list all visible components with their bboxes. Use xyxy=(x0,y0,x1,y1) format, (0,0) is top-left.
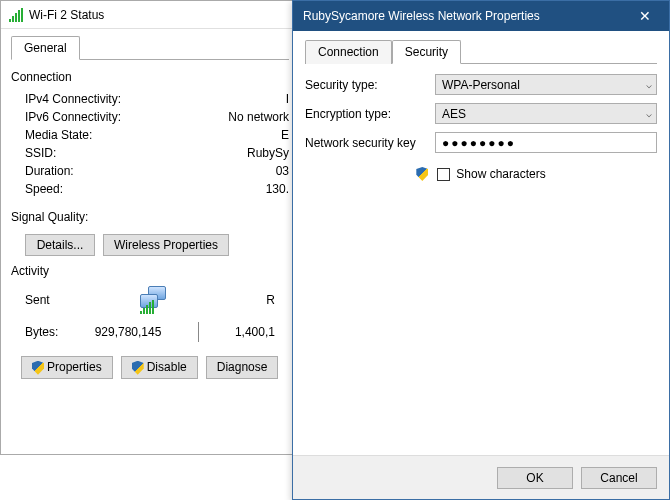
tab-connection[interactable]: Connection xyxy=(305,40,392,64)
bytes-label: Bytes: xyxy=(25,325,58,339)
network-properties-window: RubySycamore Wireless Network Properties… xyxy=(292,0,670,500)
chevron-down-icon: ⌵ xyxy=(646,108,652,119)
ok-button[interactable]: OK xyxy=(497,467,573,489)
ssid-label: SSID: xyxy=(25,146,56,160)
connection-rows: IPv4 Connectivity:I IPv6 Connectivity:No… xyxy=(25,90,289,198)
close-button[interactable]: ✕ xyxy=(623,1,667,31)
tab-general[interactable]: General xyxy=(11,36,80,60)
connection-buttons: Details... Wireless Properties xyxy=(25,234,289,256)
chevron-down-icon: ⌵ xyxy=(646,79,652,90)
received-label: R xyxy=(266,293,275,307)
status-bottom-buttons: Properties Disable Diagnose xyxy=(11,348,289,387)
status-tab-strip: General xyxy=(11,35,289,60)
close-icon: ✕ xyxy=(639,8,651,24)
ipv4-label: IPv4 Connectivity: xyxy=(25,92,121,106)
encryption-type-value: AES xyxy=(442,107,466,121)
shield-icon xyxy=(416,167,428,181)
properties-button[interactable]: Properties xyxy=(21,356,113,379)
shield-icon xyxy=(132,361,144,375)
ipv6-label: IPv6 Connectivity: xyxy=(25,110,121,124)
show-characters-label: Show characters xyxy=(456,167,545,181)
show-characters-row: Show characters xyxy=(305,167,657,181)
props-footer: OK Cancel xyxy=(293,455,669,499)
ipv4-value: I xyxy=(286,92,289,106)
signal-quality-label: Signal Quality: xyxy=(11,210,88,224)
disable-button[interactable]: Disable xyxy=(121,356,198,379)
status-body: General Connection IPv4 Connectivity:I I… xyxy=(1,29,299,397)
props-titlebar[interactable]: RubySycamore Wireless Network Properties… xyxy=(293,1,669,31)
cancel-button[interactable]: Cancel xyxy=(581,467,657,489)
security-type-combo[interactable]: WPA-Personal ⌵ xyxy=(435,74,657,95)
network-key-input[interactable]: ●●●●●●●● xyxy=(435,132,657,153)
details-button[interactable]: Details... xyxy=(25,234,95,256)
security-type-value: WPA-Personal xyxy=(442,78,520,92)
activity-group-label: Activity xyxy=(11,264,289,278)
network-key-row: Network security key ●●●●●●●● xyxy=(305,132,657,153)
connection-group-label: Connection xyxy=(11,70,289,84)
network-key-label: Network security key xyxy=(305,136,435,150)
activity-divider xyxy=(198,322,199,342)
status-titlebar[interactable]: Wi-Fi 2 Status xyxy=(1,1,299,29)
props-body: Connection Security Security type: WPA-P… xyxy=(293,31,669,193)
media-state-value: E xyxy=(281,128,289,142)
wireless-properties-button[interactable]: Wireless Properties xyxy=(103,234,229,256)
bytes-sent-value: 929,780,145 xyxy=(95,325,162,339)
media-state-label: Media State: xyxy=(25,128,92,142)
network-computers-icon xyxy=(138,284,178,316)
encryption-type-label: Encryption type: xyxy=(305,107,435,121)
show-characters-checkbox[interactable] xyxy=(437,168,450,181)
encryption-type-row: Encryption type: AES ⌵ xyxy=(305,103,657,124)
props-tab-strip: Connection Security xyxy=(305,39,657,64)
speed-label: Speed: xyxy=(25,182,63,196)
props-title: RubySycamore Wireless Network Properties xyxy=(303,9,540,23)
security-type-row: Security type: WPA-Personal ⌵ xyxy=(305,74,657,95)
ipv6-value: No network xyxy=(228,110,289,124)
security-type-label: Security type: xyxy=(305,78,435,92)
bytes-received-value: 1,400,1 xyxy=(235,325,275,339)
sent-label: Sent xyxy=(25,293,50,307)
ssid-value: RubySy xyxy=(247,146,289,160)
encryption-type-combo[interactable]: AES ⌵ xyxy=(435,103,657,124)
tab-security[interactable]: Security xyxy=(392,40,461,64)
speed-value: 130. xyxy=(266,182,289,196)
activity-section: Sent R Bytes: 929,780,145 1,400,1 xyxy=(11,284,289,342)
diagnose-button[interactable]: Diagnose xyxy=(206,356,279,379)
wifi-status-window: Wi-Fi 2 Status General Connection IPv4 C… xyxy=(0,0,300,455)
duration-label: Duration: xyxy=(25,164,74,178)
duration-value: 03 xyxy=(276,164,289,178)
status-title: Wi-Fi 2 Status xyxy=(29,8,104,22)
wifi-signal-icon xyxy=(9,8,23,22)
wifi-signal-icon xyxy=(140,300,154,314)
shield-icon xyxy=(32,361,44,375)
